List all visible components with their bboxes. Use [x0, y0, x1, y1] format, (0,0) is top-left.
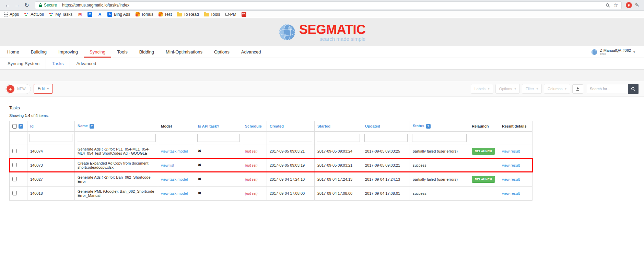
- column-label[interactable]: Created: [270, 124, 284, 128]
- bookmark-item-tomus[interactable]: Tomus: [136, 12, 153, 17]
- schedule-value: (not set): [245, 192, 258, 195]
- col-header-updated[interactable]: Updated: [362, 121, 410, 132]
- nav-item-advanced[interactable]: Advanced: [235, 46, 267, 58]
- col-header-schedule[interactable]: Schedule: [242, 121, 267, 132]
- column-label[interactable]: Status: [413, 124, 424, 128]
- filter-cell: [469, 131, 499, 144]
- bookmark-item-test[interactable]: Test: [159, 12, 172, 17]
- row-checkbox[interactable]: [12, 149, 17, 153]
- cell-model: view task model: [158, 144, 195, 158]
- bookmark-star-icon[interactable]: ☆: [613, 2, 618, 8]
- bookmark-item-letter[interactable]: A: [97, 12, 102, 17]
- nav-item-mini-optimisations[interactable]: Mini-Optimisations: [160, 46, 208, 58]
- model-link[interactable]: view task model: [161, 149, 188, 153]
- forward-button[interactable]: →: [13, 2, 21, 8]
- filter-input-name[interactable]: [77, 134, 156, 142]
- relaunch-button[interactable]: RELAUNCH: [472, 148, 495, 155]
- refresh-button[interactable]: ↻: [23, 2, 31, 9]
- task-row-140074: 140074Generate Ads (~2) for: PL1_054-ML1…: [10, 144, 532, 158]
- bookmark-item-tools[interactable]: Tools: [204, 12, 220, 17]
- user-menu[interactable]: Z-ManualQA-#062 #280 ▾: [591, 46, 643, 58]
- help-icon[interactable]: ?: [19, 124, 23, 129]
- export-download-button[interactable]: [572, 84, 583, 94]
- column-label[interactable]: Updated: [365, 124, 380, 128]
- relaunch-button[interactable]: RELAUNCH: [472, 176, 495, 183]
- col-header-started[interactable]: Started: [315, 121, 362, 132]
- model-link[interactable]: view task model: [161, 177, 188, 181]
- result-link[interactable]: view result: [502, 163, 520, 167]
- col-header-id[interactable]: Id: [27, 121, 75, 132]
- result-link[interactable]: view result: [502, 177, 520, 181]
- subnav-item-syncing-system[interactable]: Syncing System: [1, 58, 46, 69]
- model-link[interactable]: view task model: [161, 191, 188, 195]
- letter-icon: A: [97, 12, 102, 17]
- nav-item-home[interactable]: Home: [1, 46, 25, 58]
- subnav-item-advanced[interactable]: Advanced: [70, 58, 102, 69]
- filter-input-started[interactable]: [317, 134, 360, 142]
- address-bar[interactable]: Secure https://tomus.segmatic.io/tasks/i…: [35, 1, 622, 9]
- bookmark-label: Bing Ads: [114, 12, 130, 17]
- cell-schedule: (not set): [242, 158, 267, 172]
- labels-dropdown[interactable]: Labels▾: [471, 84, 493, 94]
- filter-input-created[interactable]: [269, 134, 312, 142]
- search-input[interactable]: [587, 84, 628, 94]
- nav-item-syncing[interactable]: Syncing: [84, 46, 111, 58]
- cell-created: 2017-09-04 17:24:10: [267, 172, 315, 186]
- column-label[interactable]: Schedule: [245, 124, 262, 128]
- cell-started: 2017-09-04 17:24:13: [315, 172, 362, 186]
- bookmark-item-bing-ads[interactable]: bBing Ads: [107, 12, 130, 17]
- col-header-name[interactable]: Name?: [75, 121, 158, 132]
- filter-input-status[interactable]: [412, 134, 467, 142]
- search-button[interactable]: [628, 84, 639, 94]
- col-header-created[interactable]: Created: [267, 121, 315, 132]
- model-link[interactable]: view list: [161, 163, 174, 167]
- row-checkbox[interactable]: [12, 191, 17, 195]
- help-icon[interactable]: ?: [90, 124, 94, 129]
- chevron-down-icon: ▾: [488, 87, 490, 91]
- col-header-is-api-task[interactable]: Is API task?: [195, 121, 242, 132]
- edit-dropdown[interactable]: Edit ▾: [34, 84, 53, 94]
- filter-dropdown[interactable]: Filter▾: [522, 84, 542, 94]
- bookmark-item-actcoll[interactable]: ActColl: [24, 12, 44, 17]
- column-label[interactable]: Is API task?: [198, 124, 219, 128]
- back-button[interactable]: ←: [3, 2, 12, 8]
- bookmark-item-my-tasks[interactable]: My Tasks: [49, 12, 72, 17]
- nav-item-improving[interactable]: Improving: [52, 46, 84, 58]
- cell-created: 2017-09-05 09:03:19: [267, 158, 315, 172]
- columns-dropdown[interactable]: Columns▾: [544, 84, 570, 94]
- row-checkbox[interactable]: [12, 163, 17, 167]
- column-label[interactable]: Name: [78, 124, 88, 128]
- options-dropdown[interactable]: Options▾: [495, 84, 520, 94]
- nav-item-bidding[interactable]: Bidding: [133, 46, 160, 58]
- bookmark-item-tile[interactable]: 31: [87, 12, 92, 17]
- nav-item-tools[interactable]: Tools: [111, 46, 133, 58]
- result-link[interactable]: view result: [502, 191, 520, 195]
- filter-input-updated[interactable]: [364, 134, 408, 142]
- cell-name: Generate PML (Google): Ban_062_Shortcode…: [75, 186, 158, 200]
- select-all-checkbox[interactable]: [12, 124, 17, 129]
- nav-item-options[interactable]: Options: [208, 46, 235, 58]
- column-label[interactable]: Id: [30, 124, 34, 128]
- nav-item-building[interactable]: Building: [25, 46, 52, 58]
- col-header-status[interactable]: Status?: [410, 121, 469, 132]
- zoom-icon[interactable]: [606, 3, 610, 8]
- bookmark-item-letter[interactable]: M: [78, 12, 82, 17]
- subnav-item-tasks[interactable]: Tasks: [46, 58, 70, 69]
- help-icon[interactable]: ?: [426, 124, 431, 129]
- row-checkbox[interactable]: [12, 177, 17, 181]
- sub-nav: Syncing SystemTasksAdvanced: [0, 58, 644, 70]
- chevron-down-icon: ▾: [47, 87, 49, 91]
- new-button[interactable]: + NEW: [5, 84, 31, 94]
- bookmark-item-apps[interactable]: Apps: [3, 12, 19, 17]
- bookmark-item-pm[interactable]: PM: [225, 12, 236, 17]
- filter-input-is-api-task[interactable]: [197, 134, 240, 142]
- pencil-extension-icon[interactable]: ✎: [635, 2, 639, 8]
- bookmark-item-to-read[interactable]: To Read: [177, 12, 199, 17]
- filter-input-id[interactable]: [30, 134, 72, 142]
- column-label[interactable]: Started: [317, 124, 330, 128]
- bookmark-item-tile[interactable]: TC: [242, 12, 246, 17]
- letter-icon: M: [78, 12, 82, 17]
- extension-p-icon[interactable]: P: [626, 2, 632, 8]
- tile-icon: 31: [87, 12, 92, 17]
- result-link[interactable]: view result: [502, 149, 520, 153]
